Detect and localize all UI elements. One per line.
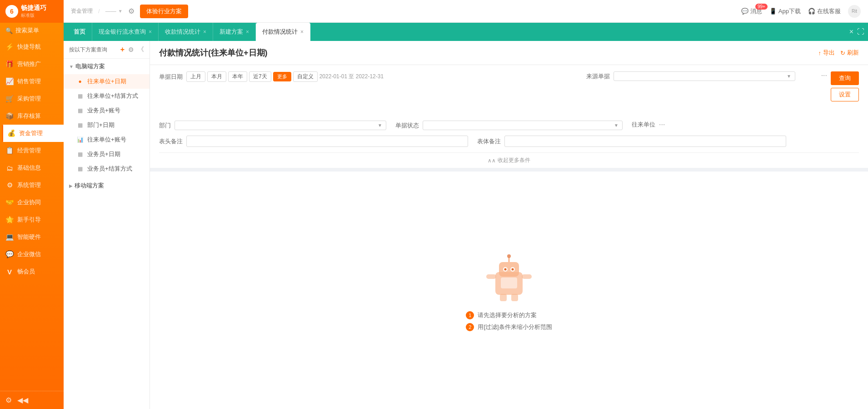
tab-cash-flow[interactable]: 现金银行流水查询 ×: [92, 23, 159, 41]
msg-badge: 99+: [755, 4, 768, 10]
sidebar-item-marketing[interactable]: 🎁 营销推广: [0, 56, 64, 73]
collapse-sidebar-btn[interactable]: ◀◀: [17, 396, 28, 404]
scheme-counterpart-settle[interactable]: ▦ 往来单位+结算方式: [64, 89, 150, 103]
sidebar-item-inventory[interactable]: 📦 库存核算: [0, 107, 64, 125]
scheme-salesman-date[interactable]: ▦ 业务员+日期: [64, 147, 150, 162]
sidebar-item-purchase[interactable]: 🛒 采购管理: [0, 90, 64, 107]
scheme-panel-actions: + ⚙ 《: [120, 45, 144, 54]
date-btn-custom[interactable]: 自定义: [293, 71, 318, 82]
salesman-dots-btn[interactable]: ···: [821, 71, 827, 80]
filter-body-note-label: 表体备注: [477, 137, 501, 146]
main-area: 资金管理 / —— ▼ ⚙ 体验行业方案 💬 消息 99+ 📱 App下载 🎧 …: [64, 0, 868, 409]
trial-btn[interactable]: 体验行业方案: [140, 5, 188, 18]
tab-cash-flow-label: 现金银行流水查询: [99, 28, 146, 36]
tab-new-scheme-label: 新建方案: [219, 28, 243, 36]
sidebar-item-cooperation[interactable]: 🤝 企业协同: [0, 194, 64, 211]
finance-icon: 💰: [7, 129, 15, 137]
system-icon: ⚙: [5, 181, 14, 189]
marketing-icon: 🎁: [5, 60, 14, 68]
tab-home-label: 首页: [74, 28, 85, 36]
tab-receipt-stats-close[interactable]: ×: [203, 29, 206, 35]
tab-home[interactable]: 首页: [67, 23, 92, 41]
date-btn-7days[interactable]: 近7天: [249, 71, 271, 82]
filter-area: 单据日期 上月 本月 本年 近7天 更多 自定义 2022-01-01 至 20…: [150, 65, 868, 168]
sidebar-item-member[interactable]: V 畅会员: [0, 263, 64, 280]
sidebar-search-menu[interactable]: 🔍 搜索菜单: [0, 23, 64, 38]
counterpart-dots-btn[interactable]: ···: [659, 121, 665, 129]
empty-tip-2: 2 用[过滤]条件来缩小分析范围: [466, 323, 552, 331]
sidebar-item-basic[interactable]: 🗂 基础信息: [0, 159, 64, 177]
svg-point-4: [504, 268, 507, 271]
scheme-icon: ▦: [76, 107, 84, 114]
scheme-counterpart-account[interactable]: 📊 往来单位+账号: [64, 132, 150, 147]
content-area: 按以下方案查询 + ⚙ 《 ▼ 电脑端方案 ● 往来单位+日期 ▦: [64, 41, 868, 409]
export-btn[interactable]: ↑ 导出: [818, 49, 835, 57]
scheme-label: 业务员+日期: [87, 150, 120, 158]
tab-receipt-stats[interactable]: 收款情况统计 ×: [159, 23, 213, 41]
sidebar-item-finance[interactable]: 💰 资金管理: [2, 125, 64, 142]
scheme-icon: ▦: [76, 165, 84, 172]
sidebar-item-label: 企业微信: [17, 250, 41, 258]
scheme-salesman-settle[interactable]: ▦ 业务员+结算方式: [64, 162, 150, 176]
collapse-arrow-icon: ∧∧: [488, 157, 496, 164]
filter-header-note-label: 表头备注: [159, 137, 183, 146]
refresh-btn[interactable]: ↻ 刷新: [840, 49, 859, 57]
filter-actions-top: ··· 查询 设置: [804, 71, 859, 101]
add-scheme-btn[interactable]: +: [120, 45, 125, 54]
topbar-app-download[interactable]: 📱 App下载: [769, 7, 801, 15]
topbar-dropdown[interactable]: —— ▼: [105, 8, 123, 15]
filter-body-note-input[interactable]: [504, 136, 786, 147]
scheme-salesman-account[interactable]: ▦ 业务员+账号: [64, 103, 150, 118]
empty-state: 1 请先选择要分析的方案 2 用[过滤]条件来缩小分析范围: [150, 172, 868, 409]
tab-new-scheme[interactable]: 新建方案 ×: [213, 23, 256, 41]
business-icon: 📋: [5, 146, 14, 155]
close-tab-btn[interactable]: ×: [849, 28, 853, 36]
scheme-active-icon: ●: [76, 78, 84, 85]
filter-settings-btn[interactable]: 设置: [831, 88, 859, 101]
filter-source-select[interactable]: ▼: [614, 71, 795, 81]
filter-dept-select[interactable]: ▼: [175, 121, 386, 130]
sidebar-item-sales[interactable]: 📈 销售管理: [0, 73, 64, 90]
settings-bottom-btn[interactable]: ⚙: [5, 396, 12, 404]
scheme-label: 往来单位+账号: [87, 136, 126, 144]
sidebar-item-label: 系统管理: [17, 181, 41, 189]
filter-docstatus-select[interactable]: ▼: [423, 121, 623, 130]
expand-tab-btn[interactable]: ⛶: [857, 28, 864, 36]
desktop-group-title[interactable]: ▼ 电脑端方案: [64, 59, 150, 74]
sidebar-item-system[interactable]: ⚙ 系统管理: [0, 177, 64, 194]
collapse-filter-btn[interactable]: ∧∧ 收起更多条件: [488, 157, 530, 164]
scheme-counterpart-date[interactable]: ● 往来单位+日期: [64, 74, 150, 89]
topbar-msg-btn[interactable]: 💬 消息 99+: [741, 7, 762, 15]
dropdown-text: ——: [105, 8, 116, 15]
tab-cash-flow-close[interactable]: ×: [149, 29, 152, 35]
tab-receipt-stats-label: 收款情况统计: [165, 28, 200, 36]
tab-payment-stats-close[interactable]: ×: [300, 29, 304, 35]
date-btn-this-month[interactable]: 本月: [207, 71, 226, 82]
topbar-settings-btn[interactable]: ⚙: [128, 7, 135, 15]
collapse-panel-btn[interactable]: 《: [138, 45, 144, 54]
sidebar-item-label: 智能硬件: [17, 233, 41, 241]
sidebar-item-wechat[interactable]: 💬 企业微信: [0, 246, 64, 263]
sidebar-item-business[interactable]: 📋 经营管理: [0, 142, 64, 159]
mobile-group-title[interactable]: ▶ 移动端方案: [64, 178, 150, 193]
user-avatar[interactable]: Rit: [848, 5, 861, 18]
tabbar: 首页 现金银行流水查询 × 收款情况统计 × 新建方案 × 付款情况统计 × ×…: [64, 23, 868, 41]
tip-text-2: 用[过滤]条件来缩小分析范围: [478, 323, 552, 331]
date-btn-this-year[interactable]: 本年: [228, 71, 247, 82]
topbar-online-service[interactable]: 🎧 在线客服: [808, 7, 841, 15]
date-btn-last-month[interactable]: 上月: [186, 71, 205, 82]
query-btn[interactable]: 查询: [831, 71, 859, 85]
scheme-dept-date[interactable]: ▦ 部门+日期: [64, 118, 150, 132]
scheme-settings-btn[interactable]: ⚙: [128, 46, 134, 53]
logo-icon: 6: [5, 5, 18, 18]
robot-svg: [482, 249, 536, 304]
sidebar-item-label: 采购管理: [17, 95, 41, 103]
date-btn-more[interactable]: 更多: [273, 72, 291, 81]
sidebar-item-hardware[interactable]: 💻 智能硬件: [0, 228, 64, 246]
sidebar-item-quicknav[interactable]: ⚡ 快捷导航: [0, 38, 64, 56]
filter-header-note-input[interactable]: [186, 136, 468, 147]
filter-dept-label: 部门: [159, 121, 171, 130]
sidebar-item-guide[interactable]: 🌟 新手引导: [0, 211, 64, 228]
tab-payment-stats[interactable]: 付款情况统计 ×: [256, 23, 310, 41]
tab-new-scheme-close[interactable]: ×: [246, 29, 249, 35]
